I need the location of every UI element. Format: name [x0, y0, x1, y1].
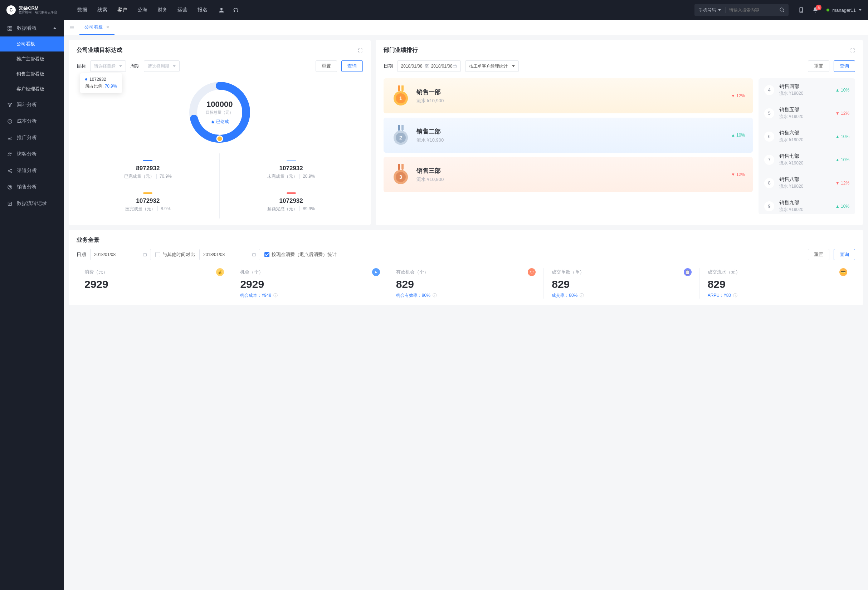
search-input[interactable]: [726, 7, 776, 13]
clock-icon: [7, 119, 13, 124]
sidebar-item-sales[interactable]: 销售分析: [0, 179, 64, 195]
sidebar-item-manager[interactable]: 客户经理看板: [0, 81, 64, 97]
nav-leads[interactable]: 线索: [97, 7, 107, 13]
svg-rect-20: [453, 65, 456, 68]
rank-number: 7: [764, 155, 774, 165]
sidebar-item-flow[interactable]: 数据流转记录: [0, 195, 64, 212]
stat-incomplete: 1072932 未完成量（元）20.9%: [220, 153, 363, 186]
metric-label: 成交流水（元）: [708, 269, 740, 275]
chart-icon: [7, 135, 13, 141]
rank-row: 9 销售九部流水 ¥19020 ▲ 10%: [759, 194, 855, 214]
thumbs-up-icon: [210, 120, 215, 124]
stat-expected: 1072932 应完成量（元）8.9%: [77, 186, 220, 218]
help-icon[interactable]: ⓘ: [273, 293, 278, 299]
expand-icon[interactable]: [850, 48, 855, 53]
query-button[interactable]: 查询: [834, 249, 855, 260]
date-input[interactable]: 2018/01/08: [90, 249, 151, 260]
select-period[interactable]: 请选择周期: [144, 60, 180, 72]
metric-icon: 📋: [684, 268, 692, 276]
search-button[interactable]: [776, 4, 788, 16]
metric-value: 829: [396, 278, 536, 290]
svg-point-0: [220, 8, 223, 10]
select-mode[interactable]: 按工单客户经理统计: [465, 60, 519, 72]
notifications-button[interactable]: 5: [812, 7, 819, 13]
nav-ops[interactable]: 运营: [177, 7, 187, 13]
trend-down-icon: ▼ 12%: [836, 111, 849, 116]
headset-icon[interactable]: [233, 7, 239, 13]
stat-exceed: 1072932 超额完成（元）89.9%: [220, 186, 363, 218]
calendar-icon: [453, 64, 457, 68]
rank-row: 4 销售四部流水 ¥19020 ▲ 10%: [759, 78, 855, 102]
topbar: C 云朵CRM 教育机构一站式服务云平台 数据 线索 客户 公海 财务 运营 报…: [0, 0, 868, 20]
help-icon[interactable]: ⓘ: [580, 293, 584, 299]
brand-logo[interactable]: C 云朵CRM 教育机构一站式服务云平台: [6, 5, 60, 15]
metric-label: 消费（元）: [84, 269, 108, 275]
query-button[interactable]: 查询: [341, 60, 363, 72]
metric-icon: 💰: [216, 268, 224, 276]
help-icon[interactable]: ⓘ: [733, 293, 737, 299]
card-overview: 业务全景 日期 2018/01/08 与其他时间对比 2018/01/08 按现…: [69, 230, 863, 305]
user-menu[interactable]: manager11: [827, 7, 862, 13]
search-type-select[interactable]: 手机号码: [694, 7, 726, 13]
card-title: 公司业绩目标达成: [77, 47, 123, 54]
svg-point-3: [801, 12, 802, 12]
metric-card: 有效机会（个） 🛡 829 机会有效率：80%ⓘ: [388, 268, 543, 299]
gauge-chart: 100000 目标总量（元） 已达成: [186, 78, 254, 146]
compare-date-input[interactable]: 2018/01/08: [199, 249, 260, 260]
funnel-icon: [7, 102, 13, 107]
notif-badge: 5: [816, 4, 821, 10]
metric-card: 成交单数（单） 📋 829 成交率：80%ⓘ: [543, 268, 699, 299]
rank-row: 6 销售六部流水 ¥19020 ▲ 10%: [759, 125, 855, 148]
tab-company-board[interactable]: 公司看板 ✕: [80, 20, 115, 35]
nav-customers[interactable]: 客户: [117, 7, 127, 13]
sidebar-item-company[interactable]: 公司看板: [0, 37, 64, 51]
reset-button[interactable]: 重置: [808, 249, 830, 260]
target-icon: [7, 184, 13, 190]
sidebar-item-promo[interactable]: 推广分析: [0, 129, 64, 146]
svg-point-11: [8, 170, 9, 171]
metric-value: 2929: [240, 278, 379, 290]
label-date: 日期: [77, 252, 86, 258]
sidebar-item-promo-lead[interactable]: 推广主管看板: [0, 51, 64, 66]
query-button[interactable]: 查询: [834, 60, 855, 72]
sidebar-item-channel[interactable]: 渠道分析: [0, 162, 64, 179]
dashboard-icon: [7, 26, 13, 31]
svg-point-13: [11, 172, 12, 173]
rank-row: 8 销售八部流水 ¥19020 ▼ 12%: [759, 171, 855, 194]
svg-rect-31: [252, 253, 256, 256]
tabs-menu-button[interactable]: [66, 25, 78, 30]
rank-list[interactable]: 4 销售四部流水 ¥19020 ▲ 10% 5 销售五部流水 ¥19020 ▼ …: [759, 78, 855, 214]
nav-signup[interactable]: 报名: [198, 7, 208, 13]
date-range-input[interactable]: 2018/01/08 至 2018/01/08: [397, 60, 461, 72]
stat-completed: 8972932 已完成量（元）70.9%: [77, 153, 220, 186]
rank-row: 5 销售五部流水 ¥19020 ▼ 12%: [759, 102, 855, 125]
card-ranking: 部门业绩排行 日期 2018/01/08 至 2018/01/08 按工单客户经…: [376, 40, 863, 225]
user-icon[interactable]: [218, 7, 225, 13]
sidebar-item-cost[interactable]: 成本分析: [0, 113, 64, 129]
nav-pool[interactable]: 公海: [137, 7, 148, 13]
status-badge: 已达成: [210, 119, 229, 125]
metric-label: 有效机会（个）: [396, 269, 429, 275]
compare-checkbox[interactable]: 与其他时间对比: [155, 252, 195, 258]
close-icon[interactable]: ✕: [106, 25, 109, 30]
reset-button[interactable]: 重置: [316, 60, 337, 72]
sidebar-item-sales-lead[interactable]: 销售主管看板: [0, 66, 64, 81]
expand-icon[interactable]: [358, 48, 363, 53]
mobile-icon[interactable]: [798, 7, 804, 13]
metric-label: 成交单数（单）: [552, 269, 584, 275]
sidebar-item-visitor[interactable]: 访客分析: [0, 146, 64, 162]
cash-stat-checkbox[interactable]: 按现金消费（返点后消费）统计: [264, 252, 337, 258]
rank-number: 9: [764, 201, 774, 211]
rank-number: 8: [764, 178, 774, 188]
sidebar-group-dashboard[interactable]: 数据看板: [0, 20, 64, 37]
metric-card: 机会（个） ➤ 2929 机会成本：¥948ⓘ: [232, 268, 387, 299]
rank-row: 7 销售七部流水 ¥19020 ▲ 10%: [759, 148, 855, 171]
select-target[interactable]: 请选择目标: [90, 60, 126, 72]
nav-data[interactable]: 数据: [77, 7, 87, 13]
status-dot: [827, 9, 830, 12]
help-icon[interactable]: ⓘ: [433, 293, 437, 299]
rank-3: 3 销售三部流水 ¥10,900 ▼ 12%: [384, 157, 753, 192]
sidebar-item-funnel[interactable]: 漏斗分析: [0, 97, 64, 113]
reset-button[interactable]: 重置: [808, 60, 830, 72]
nav-finance[interactable]: 财务: [158, 7, 167, 13]
